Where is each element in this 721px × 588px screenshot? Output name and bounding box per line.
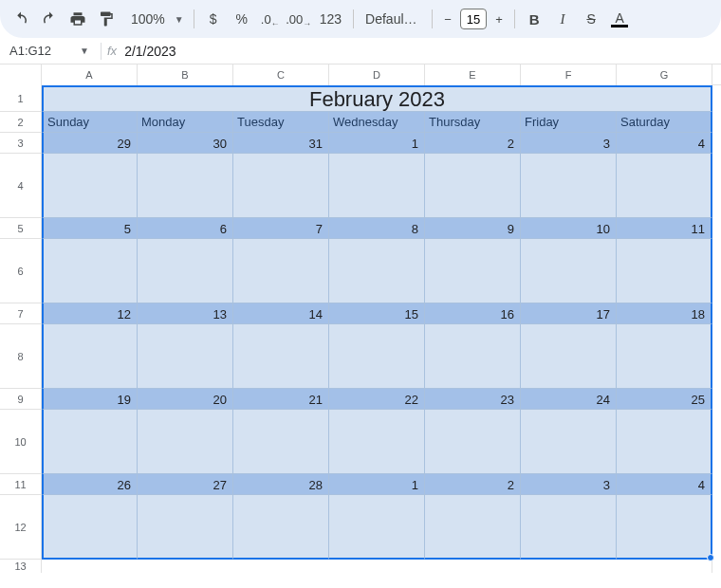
date-cell[interactable]: 15 bbox=[329, 303, 425, 324]
dayname-cell[interactable]: Friday bbox=[521, 112, 617, 133]
body-cell[interactable] bbox=[233, 495, 329, 560]
row-header[interactable]: 4 bbox=[0, 154, 42, 218]
body-cell[interactable] bbox=[233, 154, 329, 218]
date-cell[interactable]: 1 bbox=[329, 474, 425, 495]
body-cell[interactable] bbox=[617, 324, 712, 389]
body-cell[interactable] bbox=[42, 410, 138, 474]
decrease-decimal-button[interactable]: .0← bbox=[257, 6, 284, 32]
date-cell[interactable]: 31 bbox=[233, 133, 329, 154]
dayname-cell[interactable]: Tuesday bbox=[233, 112, 329, 133]
row-header[interactable]: 13 bbox=[0, 560, 42, 573]
dayname-cell[interactable]: Sunday bbox=[42, 112, 138, 133]
row-header[interactable]: 5 bbox=[0, 218, 42, 239]
date-cell[interactable]: 27 bbox=[138, 474, 233, 495]
body-cell[interactable] bbox=[521, 239, 617, 303]
body-cell[interactable] bbox=[425, 239, 521, 303]
calendar-title-cell[interactable]: February 2023 bbox=[42, 85, 712, 112]
zoom-select[interactable]: 100% ▼ bbox=[121, 11, 188, 27]
body-cell[interactable] bbox=[42, 154, 138, 218]
column-header[interactable]: D bbox=[329, 64, 425, 85]
italic-button[interactable]: I bbox=[549, 6, 576, 32]
row-header[interactable]: 8 bbox=[0, 324, 42, 389]
row-header[interactable]: 9 bbox=[0, 389, 42, 410]
font-select[interactable]: Defaul… ▼ bbox=[360, 11, 426, 27]
body-cell[interactable] bbox=[138, 154, 233, 218]
body-cell[interactable] bbox=[233, 324, 329, 389]
column-header[interactable]: E bbox=[425, 64, 521, 85]
dayname-cell[interactable]: Wednesday bbox=[329, 112, 425, 133]
undo-button[interactable] bbox=[8, 6, 34, 32]
body-cell[interactable] bbox=[425, 495, 521, 560]
body-cell[interactable] bbox=[42, 324, 138, 389]
body-cell[interactable] bbox=[233, 239, 329, 303]
date-cell[interactable]: 3 bbox=[521, 474, 617, 495]
strikethrough-button[interactable]: S bbox=[578, 6, 604, 32]
percent-button[interactable]: % bbox=[229, 6, 255, 32]
date-cell[interactable]: 4 bbox=[617, 474, 712, 495]
date-cell[interactable]: 26 bbox=[42, 474, 138, 495]
select-all-corner[interactable] bbox=[0, 64, 42, 85]
body-cell[interactable] bbox=[425, 324, 521, 389]
date-cell[interactable]: 4 bbox=[617, 133, 712, 154]
date-cell[interactable]: 13 bbox=[138, 303, 233, 324]
body-cell[interactable] bbox=[425, 410, 521, 474]
body-cell[interactable] bbox=[138, 239, 233, 303]
increase-decimal-button[interactable]: .00→ bbox=[286, 6, 312, 32]
body-cell[interactable] bbox=[521, 154, 617, 218]
font-size-input[interactable] bbox=[460, 9, 487, 29]
body-cell[interactable] bbox=[617, 410, 712, 474]
date-cell[interactable]: 6 bbox=[138, 218, 233, 239]
name-box[interactable]: A1:G12 ▼ bbox=[4, 41, 95, 62]
date-cell[interactable]: 10 bbox=[521, 218, 617, 239]
date-cell[interactable]: 9 bbox=[425, 218, 521, 239]
row-header[interactable]: 7 bbox=[0, 303, 42, 324]
body-cell[interactable] bbox=[329, 324, 425, 389]
date-cell[interactable]: 2 bbox=[425, 474, 521, 495]
date-cell[interactable]: 5 bbox=[42, 218, 138, 239]
date-cell[interactable]: 30 bbox=[138, 133, 233, 154]
body-cell[interactable] bbox=[233, 410, 329, 474]
row-header[interactable]: 1 bbox=[0, 85, 42, 112]
date-cell[interactable]: 19 bbox=[42, 389, 138, 410]
body-cell[interactable] bbox=[329, 154, 425, 218]
row-header[interactable]: 12 bbox=[0, 495, 42, 560]
paint-format-button[interactable] bbox=[93, 6, 120, 32]
date-cell[interactable]: 18 bbox=[617, 303, 712, 324]
row-header[interactable]: 10 bbox=[0, 410, 42, 474]
column-header[interactable]: G bbox=[617, 64, 712, 85]
date-cell[interactable]: 20 bbox=[138, 389, 233, 410]
empty-cell[interactable] bbox=[42, 560, 712, 573]
date-cell[interactable]: 16 bbox=[425, 303, 521, 324]
dayname-cell[interactable]: Saturday bbox=[617, 112, 712, 133]
body-cell[interactable] bbox=[617, 495, 712, 560]
body-cell[interactable] bbox=[521, 324, 617, 389]
body-cell[interactable] bbox=[138, 495, 233, 560]
column-header[interactable]: C bbox=[233, 64, 329, 85]
date-cell[interactable]: 11 bbox=[617, 218, 712, 239]
increase-font-button[interactable]: + bbox=[490, 6, 508, 32]
text-color-button[interactable]: A bbox=[606, 6, 633, 32]
body-cell[interactable] bbox=[521, 495, 617, 560]
dayname-cell[interactable]: Monday bbox=[138, 112, 233, 133]
date-cell[interactable]: 12 bbox=[42, 303, 138, 324]
body-cell[interactable] bbox=[42, 239, 138, 303]
body-cell[interactable] bbox=[521, 410, 617, 474]
date-cell[interactable]: 21 bbox=[233, 389, 329, 410]
redo-button[interactable] bbox=[36, 6, 63, 32]
body-cell[interactable] bbox=[42, 495, 138, 560]
decrease-font-button[interactable]: − bbox=[438, 6, 457, 32]
date-cell[interactable]: 8 bbox=[329, 218, 425, 239]
body-cell[interactable] bbox=[138, 324, 233, 389]
dayname-cell[interactable]: Thursday bbox=[425, 112, 521, 133]
row-header[interactable]: 2 bbox=[0, 112, 42, 133]
body-cell[interactable] bbox=[329, 495, 425, 560]
column-header[interactable]: F bbox=[521, 64, 617, 85]
date-cell[interactable]: 29 bbox=[42, 133, 138, 154]
date-cell[interactable]: 22 bbox=[329, 389, 425, 410]
date-cell[interactable]: 25 bbox=[617, 389, 712, 410]
date-cell[interactable]: 17 bbox=[521, 303, 617, 324]
date-cell[interactable]: 3 bbox=[521, 133, 617, 154]
body-cell[interactable] bbox=[138, 410, 233, 474]
print-button[interactable] bbox=[65, 6, 91, 32]
date-cell[interactable]: 23 bbox=[425, 389, 521, 410]
